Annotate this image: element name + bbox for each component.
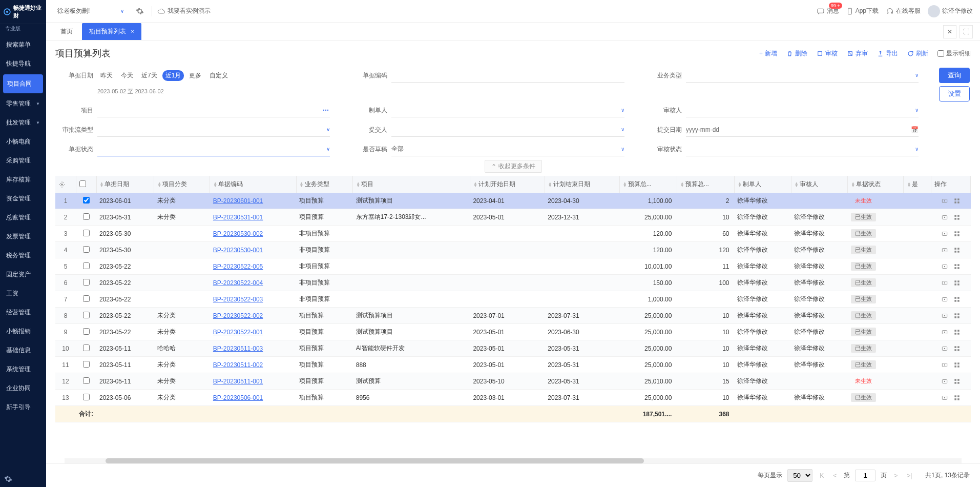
nav-item-12[interactable]: 固定资产 [0,265,46,284]
col-code[interactable]: ▲▼单据编码 [210,176,296,193]
filter-submitter-select[interactable]: ∨ [391,123,624,137]
code-link[interactable]: BP-20230511-002 [213,361,263,369]
horizontal-scrollbar[interactable] [65,458,962,463]
view-icon[interactable] [941,230,948,237]
view-icon[interactable] [941,345,948,352]
table-row[interactable]: 3 2023-05-30 BP-20230530-002 非项目预算 120.0… [55,226,971,242]
more-icon[interactable] [953,296,961,303]
nav-item-15[interactable]: 小畅报销 [0,322,46,341]
table-row[interactable]: 4 2023-05-30 BP-20230530-001 非项目预算 120.0… [55,242,971,258]
date-custom[interactable]: 自定义 [206,70,231,81]
nav-item-16[interactable]: 基础信息 [0,341,46,360]
user-menu[interactable]: 徐泽华修改 [928,5,973,17]
view-icon[interactable] [941,312,948,319]
row-checkbox[interactable] [83,361,90,368]
date-1m[interactable]: 近1月 [162,70,184,81]
code-link[interactable]: BP-20230522-002 [213,312,263,319]
nav-item-9[interactable]: 总账管理 [0,208,46,227]
page-last[interactable]: >| [905,472,914,479]
add-button[interactable]: +新增 [759,49,777,58]
search-button[interactable]: 查询 [939,68,970,83]
view-icon[interactable] [941,263,948,270]
filter-draft-select[interactable]: 全部∨ [391,142,624,156]
row-checkbox[interactable] [83,394,90,400]
date-7d[interactable]: 近7天 [138,70,160,81]
table-row[interactable]: 8 2023-05-22 未分类 BP-20230522-002 项目预算 测试… [55,308,971,324]
app-download-button[interactable]: App下载 [846,7,879,15]
more-icon[interactable] [953,214,961,221]
row-checkbox[interactable] [83,246,90,253]
filter-setting-button[interactable]: 设置 [939,86,970,102]
view-icon[interactable] [941,296,948,303]
tab-close-button[interactable]: ✕ [943,25,956,38]
row-checkbox[interactable] [83,262,90,269]
more-icon[interactable] [953,361,961,369]
more-icon[interactable] [953,329,961,336]
more-icon[interactable] [953,378,961,385]
row-checkbox[interactable] [83,279,90,286]
nav-item-7[interactable]: 库存核算 [0,170,46,189]
filter-submitdate-input[interactable]: 📅 [686,123,919,137]
view-icon[interactable] [941,394,948,401]
col-total2[interactable]: ▲▼预算总... [677,176,734,193]
more-icon[interactable] [953,345,961,352]
col-creator[interactable]: ▲▼制单人 [734,176,791,193]
page-input[interactable] [855,470,875,481]
filter-creator-select[interactable]: ∨ [391,103,624,117]
row-checkbox[interactable] [83,328,90,335]
nav-item-8[interactable]: 资金管理 [0,189,46,208]
more-icon[interactable] [953,263,961,270]
collapse-filters-button[interactable]: ⌃ 收起更多条件 [485,160,542,173]
nav-item-19[interactable]: 新手引导 [0,398,46,417]
more-icon[interactable] [953,312,961,319]
more-icon[interactable] [953,230,961,237]
refresh-button[interactable]: 刷新 [907,49,928,58]
nav-item-2[interactable]: 项目合同 [3,74,43,93]
view-icon[interactable] [941,361,948,369]
tab-budget-list[interactable]: 项目预算列表 × [82,23,141,40]
view-icon[interactable] [941,279,948,287]
view-icon[interactable] [941,214,948,221]
col-project[interactable]: ▲▼项目 [353,176,470,193]
date-today[interactable]: 今天 [118,70,136,81]
filter-auditstatus-select[interactable]: ∨ [686,142,919,156]
row-checkbox[interactable] [83,377,90,384]
row-checkbox[interactable] [83,295,90,302]
row-checkbox[interactable] [83,230,90,236]
more-icon[interactable] [953,247,961,254]
col-btype[interactable]: ▲▼业务类型 [296,176,353,193]
view-icon[interactable] [941,247,948,254]
date-yesterday[interactable]: 昨天 [97,70,116,81]
table-row[interactable]: 11 2023-05-11 未分类 BP-20230511-002 项目预算 8… [55,357,971,373]
table-row[interactable]: 12 2023-05-11 未分类 BP-20230511-001 项目预算 测… [55,373,971,390]
view-icon[interactable] [941,329,948,336]
table-row[interactable]: 9 2023-05-22 未分类 BP-20230522-001 项目预算 测试… [55,324,971,340]
row-checkbox[interactable] [83,197,90,204]
code-link[interactable]: BP-20230511-001 [213,378,263,385]
col-select-all[interactable] [76,176,96,193]
nav-item-18[interactable]: 企业协同 [0,379,46,398]
table-row[interactable]: 2 2023-05-31 未分类 BP-20230531-001 项目预算 东方… [55,209,971,226]
messages-button[interactable]: 99 + 消息 [817,7,839,15]
code-link[interactable]: BP-20230522-003 [213,296,263,303]
code-link[interactable]: BP-20230530-001 [213,247,263,254]
nav-item-0[interactable]: 搜索菜单 [0,35,46,54]
filter-code-input[interactable] [391,68,624,83]
nav-item-3[interactable]: 零售管理▼ [0,94,46,113]
col-extra[interactable]: ▲▼是 [904,176,931,193]
customer-service-button[interactable]: 在线客服 [886,7,921,15]
code-link[interactable]: BP-20230522-001 [213,329,263,336]
page-next[interactable]: > [892,472,900,479]
table-row[interactable]: 13 2023-05-06 未分类 BP-20230506-001 项目预算 8… [55,390,971,406]
org-selector[interactable]: 徐老板勿删! ∨ [53,5,128,17]
table-row[interactable]: 6 2023-05-22 BP-20230522-004 非项目预算 150.0… [55,275,971,291]
show-detail-checkbox[interactable]: 显示明细 [937,49,971,58]
nav-item-11[interactable]: 税务管理 [0,246,46,265]
code-link[interactable]: BP-20230506-001 [213,394,263,401]
filter-docstatus-select[interactable]: ∨ [97,142,330,156]
delete-button[interactable]: 删除 [786,49,807,58]
scrollbar-thumb[interactable] [106,458,644,463]
col-start[interactable]: ▲▼计划开始日期 [470,176,545,193]
col-category[interactable]: ▲▼项目分类 [154,176,210,193]
more-icon[interactable] [953,279,961,287]
